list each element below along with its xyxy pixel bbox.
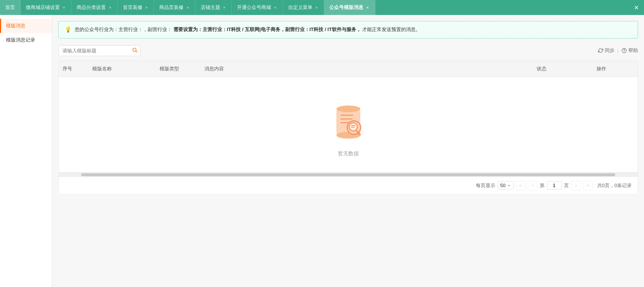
- search-bar: 同步 | 帮助: [58, 45, 638, 56]
- content-area: 💡 您的公众号行业为：主营行业：，副营行业： 需要设置为：主营行业：IT科技 /…: [52, 15, 644, 287]
- tab-homepage-decor[interactable]: 首页装修 ×: [118, 0, 154, 15]
- help-button[interactable]: 帮助: [622, 47, 638, 54]
- empty-icon: [326, 100, 371, 144]
- search-input-wrap: [58, 45, 141, 56]
- notice-box: 💡 您的公众号行业为：主营行业：，副营行业： 需要设置为：主营行业：IT科技 /…: [58, 21, 638, 39]
- first-page-icon: [519, 184, 523, 187]
- table-header: 序号 模版名称 模版类型 消息内容 状态 操作: [59, 61, 638, 77]
- total-text: 共0页，0条记录: [597, 182, 632, 189]
- last-page-button[interactable]: [583, 181, 593, 190]
- close-tab-template-msg[interactable]: ×: [366, 5, 369, 10]
- notice-icon: 💡: [65, 26, 72, 33]
- search-right: 同步 | 帮助: [598, 47, 638, 54]
- page-label: 第: [540, 182, 545, 189]
- svg-point-12: [349, 123, 357, 131]
- last-page-icon: [586, 184, 590, 187]
- svg-line-1: [136, 51, 137, 52]
- prev-page-icon: [531, 184, 534, 187]
- col-content: 消息内容: [201, 61, 533, 77]
- close-tab-category-settings[interactable]: ×: [108, 5, 112, 10]
- close-tab-product-decor[interactable]: ×: [186, 5, 189, 10]
- scrollbar-thumb[interactable]: [81, 173, 615, 176]
- close-tab-shop-theme[interactable]: ×: [222, 5, 226, 10]
- empty-state: 暂无数据: [59, 77, 638, 172]
- next-page-icon: [574, 184, 578, 187]
- close-tab-wshop-settings[interactable]: ×: [62, 5, 66, 10]
- per-page-value: 50: [500, 183, 505, 188]
- tab-wshop-settings[interactable]: 微商城店铺设置 ×: [21, 0, 71, 15]
- close-all-tabs[interactable]: ✕: [629, 4, 644, 11]
- prev-page-button[interactable]: [528, 181, 537, 190]
- close-tab-custom-menu[interactable]: ×: [315, 5, 318, 10]
- svg-point-6: [336, 106, 360, 112]
- search-input[interactable]: [58, 45, 141, 56]
- tab-open-mall[interactable]: 开通公众号商城 ×: [232, 0, 283, 15]
- per-page-label: 每页显示: [476, 182, 495, 189]
- col-status: 状态: [533, 61, 593, 77]
- search-button[interactable]: [132, 47, 138, 54]
- tab-product-decor[interactable]: 商品页装修 ×: [154, 0, 195, 15]
- tab-custom-menu[interactable]: 自定义菜单 ×: [283, 0, 324, 15]
- page-input[interactable]: [547, 181, 562, 190]
- search-left: [58, 45, 141, 56]
- empty-text: 暂无数据: [338, 150, 359, 157]
- close-tab-homepage-decor[interactable]: ×: [145, 5, 148, 10]
- next-page-button[interactable]: [571, 181, 581, 190]
- col-type: 模版类型: [156, 61, 201, 77]
- first-page-button[interactable]: [516, 181, 526, 190]
- horizontal-scrollbar[interactable]: [59, 172, 638, 177]
- col-name: 模版名称: [89, 61, 156, 77]
- sidebar-item-template-msg[interactable]: 模版消息: [0, 19, 52, 33]
- main-layout: 模版消息 模版消息记录 💡 您的公众号行业为：主营行业：，副营行业： 需要设置为…: [0, 15, 644, 287]
- tab-home[interactable]: 首页: [0, 0, 21, 15]
- sidebar-item-template-records[interactable]: 模版消息记录: [0, 33, 52, 47]
- tab-bar: 首页 微商城店铺设置 × 商品分类设置 × 首页装修 × 商品页装修 × 店铺主…: [0, 0, 644, 15]
- tab-shop-theme[interactable]: 店铺主题 ×: [195, 0, 232, 15]
- tab-category-settings[interactable]: 商品分类设置 ×: [71, 0, 117, 15]
- sync-button[interactable]: 同步: [598, 47, 614, 54]
- col-seq: 序号: [59, 61, 89, 77]
- tab-template-msg[interactable]: 公众号模版消息 ×: [324, 0, 375, 15]
- data-table: 序号 模版名称 模版类型 消息内容 状态 操作: [58, 61, 638, 195]
- close-tab-open-mall[interactable]: ×: [273, 5, 277, 10]
- col-action: 操作: [593, 61, 638, 77]
- sidebar: 模版消息 模版消息记录: [0, 15, 52, 287]
- page-unit: 页: [564, 182, 569, 189]
- per-page-select[interactable]: 50: [497, 181, 513, 190]
- chevron-down-icon: [507, 184, 511, 187]
- pagination: 每页显示 50 第: [59, 177, 638, 194]
